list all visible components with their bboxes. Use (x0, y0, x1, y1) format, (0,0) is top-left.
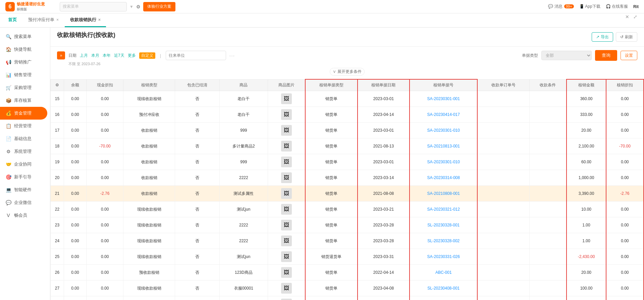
table-cell[interactable]: SA-20230321-012 (410, 202, 477, 217)
app-download[interactable]: 📱 App下载 (579, 4, 600, 9)
sidebar-item-quick-nav[interactable]: 🏠 快捷导航 (0, 43, 50, 56)
table-cell[interactable]: SA-20230314-008 (410, 170, 477, 186)
date-7days[interactable]: 近7天 (114, 53, 124, 58)
from-unit-dots[interactable]: ··· (229, 53, 235, 58)
sidebar-item-finance[interactable]: 💰 资金管理 (0, 107, 47, 120)
th-settings[interactable]: ⚙ (51, 79, 64, 91)
sidebar-item-sales[interactable]: 📊 销售管理 (0, 69, 50, 81)
receipt-no-link[interactable]: SL-20230328-002 (427, 239, 460, 243)
sidebar-item-member[interactable]: V 畅会员 (0, 209, 50, 222)
sidebar-item-inventory[interactable]: 📦 库存核算 (0, 94, 50, 107)
goods-image: 🖼 (281, 93, 292, 104)
sidebar-item-business[interactable]: 📋 经营管理 (0, 120, 50, 132)
receipt-no-link[interactable]: ABC-001 (435, 270, 452, 275)
sidebar-item-marketing[interactable]: 📢 营销推广 (0, 56, 50, 69)
sidebar-item-system[interactable]: ⚙ 系统管理 (0, 145, 50, 158)
export-button[interactable]: ↗ 导出 (592, 32, 613, 42)
table-cell: 0.00 (64, 296, 87, 300)
sidebar-item-collab[interactable]: 🤝 企业协同 (0, 158, 50, 171)
receipt-no-link[interactable]: SA-20230331-026 (427, 254, 460, 259)
table-cell: 3,390.00 (567, 186, 606, 202)
receipt-no-link[interactable]: SA-20230321-012 (427, 207, 460, 212)
table-cell[interactable]: SL-20230418-001 (410, 296, 477, 300)
filter-settings-button[interactable]: 设置 (621, 51, 637, 60)
table-cell: 0.00 (606, 233, 644, 249)
tab-collection[interactable]: 收款核销执行 × (65, 13, 106, 27)
date-last-month[interactable]: 上月 (80, 53, 88, 58)
tab-collection-close[interactable]: × (98, 17, 101, 22)
query-button[interactable]: 查询 (595, 50, 617, 61)
window-controls: ✕ ⤢ (621, 13, 641, 27)
receipt-no-link[interactable]: SA-20230301-010 (427, 160, 460, 164)
table-cell: 销货单 (305, 107, 358, 123)
receipt-no-link[interactable]: SL-20230408-001 (427, 286, 460, 291)
table-cell: 0.00 (606, 296, 644, 300)
table-cell: 20 (51, 170, 64, 186)
receipt-no-link[interactable]: SA-20230314-008 (427, 175, 460, 180)
table-cell[interactable]: ABC-001 (410, 265, 477, 281)
table-cell[interactable]: SA-20230301-001 (410, 91, 477, 107)
table-cell: 18 (51, 138, 64, 154)
date-custom[interactable]: 自定义 (139, 52, 155, 59)
sidebar-label-basic: 基础信息 (14, 136, 32, 142)
expand-filter-button[interactable]: » (57, 51, 65, 59)
date-this-month[interactable]: 本月 (91, 53, 99, 58)
sidebar-label-quick-nav: 快捷导航 (14, 46, 32, 52)
sidebar-item-purchase[interactable]: 🛒 采购管理 (0, 81, 50, 94)
table-cell: 0.00 (87, 281, 123, 296)
table-cell[interactable]: SA-20230331-026 (410, 249, 477, 265)
table-cell (529, 265, 567, 281)
sidebar-item-basic[interactable]: 📄 基础信息 (0, 132, 50, 145)
table-cell[interactable]: SA-20230301-010 (410, 154, 477, 170)
table-cell[interactable]: SL-20230328-002 (410, 233, 477, 249)
table-cell (529, 123, 567, 138)
maximize-window-button[interactable]: ⤢ (632, 13, 639, 20)
dropdown-arrow-icon[interactable]: ▼ (129, 4, 133, 9)
table-cell[interactable]: SA-20230414-017 (410, 107, 477, 123)
industry-solution-button[interactable]: 体验行业方案 (143, 2, 175, 11)
table-cell (529, 91, 567, 107)
table-row: 160.000.00预付冲应收否老白干🖼销货单2023-04-14SA-2023… (51, 107, 644, 123)
sidebar-item-search[interactable]: 🔍 搜索菜单 (0, 30, 50, 43)
table-cell[interactable]: SL-20230408-001 (410, 281, 477, 296)
sidebar-item-guide[interactable]: 🎯 新手引导 (0, 171, 50, 183)
table-cell: 销货单 (305, 296, 358, 300)
table-cell (529, 233, 567, 249)
table-cell: 现续收款核销 (123, 249, 175, 265)
logo-area: 6 畅捷通谱好生意 标推版 (5, 1, 56, 12)
goods-image: 🖼 (281, 235, 292, 246)
table-cell: 收款核销 (123, 154, 175, 170)
table-cell[interactable]: SA-20210808-001 (410, 186, 477, 202)
table-cell[interactable]: SA-20210813-001 (410, 138, 477, 154)
tab-prepay[interactable]: 预付冲应付单 × (23, 13, 64, 27)
table-cell: 现续收款核销 (123, 233, 175, 249)
receipt-no-link[interactable]: SA-20210808-001 (427, 191, 460, 196)
receipt-no-link[interactable]: SA-20210813-001 (427, 144, 460, 148)
settings-icon[interactable]: ⚙ (136, 4, 141, 9)
top-search-box[interactable]: 搜索菜单 (60, 2, 127, 11)
receipt-no-link[interactable]: SA-20230414-017 (427, 112, 460, 117)
receipt-no-link[interactable]: SA-20230301-010 (427, 128, 460, 133)
table-area[interactable]: ⚙ 余额 现金折扣 核销类型 包含已结清 商品 商品图片 核销单据类型 核销单据… (50, 79, 644, 300)
from-unit-input[interactable] (166, 51, 226, 60)
date-more[interactable]: 更多 (128, 53, 136, 58)
receipt-no-link[interactable]: SA-20230301-001 (427, 96, 460, 101)
close-window-button[interactable]: ✕ (624, 13, 631, 20)
expand-more-button[interactable]: ∨ 展开更多条件 (330, 68, 364, 76)
tab-home[interactable]: 首页 (3, 13, 22, 27)
table-cell: 0.00 (606, 91, 644, 107)
table-cell: 0.00 (606, 170, 644, 186)
table-cell[interactable]: SA-20230301-010 (410, 123, 477, 138)
sidebar-item-wechat[interactable]: 💬 企业微信 (0, 196, 50, 209)
refresh-button[interactable]: ↺ 刷新 (616, 32, 637, 42)
online-service[interactable]: 🎧 在线客服 (606, 4, 628, 9)
table-cell[interactable]: SL-20230328-001 (410, 217, 477, 233)
user-name[interactable]: Rit (633, 4, 639, 9)
export-icon: ↗ (596, 35, 599, 39)
message-icon[interactable]: 💬 消息 99+ (548, 4, 574, 9)
date-this-year[interactable]: 本年 (103, 53, 111, 58)
receipt-type-select[interactable]: 全部 (541, 51, 592, 60)
tab-prepay-close[interactable]: × (56, 17, 59, 22)
sidebar-item-hardware[interactable]: 💻 智能硬件 (0, 183, 50, 196)
receipt-no-link[interactable]: SL-20230328-001 (427, 223, 460, 227)
